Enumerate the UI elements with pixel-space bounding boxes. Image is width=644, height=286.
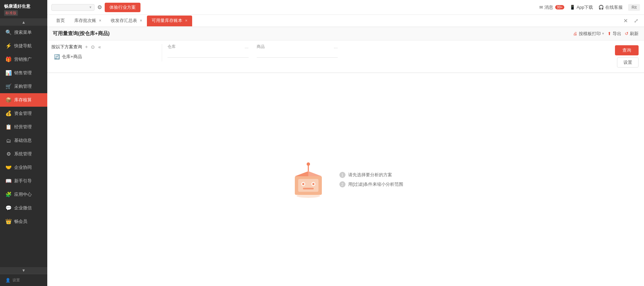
tab-batch-label: 库存批次账 — [74, 18, 96, 24]
empty-state: 1 请先选择要分析的方案 2 用[过滤]条件来缩小分析范围 — [47, 73, 644, 286]
marketing-icon: 🎁 — [5, 56, 11, 62]
main-content: ▾ ⚙ 体验行业方案 ✉ 消息 99+ 📱 App下载 🎧 在线客服 Rit — [47, 0, 644, 286]
print-btn[interactable]: 🖨 按模板打印 ▾ — [573, 31, 604, 37]
settings-gear-icon[interactable]: ⚙ — [97, 4, 102, 10]
sidebar-scroll-up[interactable]: ▲ — [0, 19, 47, 26]
empty-hint-2: 2 用[过滤]条件来缩小分析范围 — [339, 181, 403, 187]
basics-icon: 🗂 — [5, 138, 11, 144]
sidebar-header: 畅康通好生意 标准版 — [0, 0, 47, 19]
messages-badge: 99+ — [555, 5, 564, 9]
refresh-label: 刷新 — [630, 31, 639, 37]
svg-point-7 — [312, 183, 314, 185]
sidebar-item-label: 销售管理 — [14, 70, 32, 76]
hint2-text: 用[过滤]条件来缩小分析范围 — [348, 181, 403, 187]
sidebar-scroll-down[interactable]: ▼ — [0, 267, 47, 274]
messages-btn[interactable]: ✉ 消息 99+ — [539, 4, 564, 10]
filter-fields: 仓库 … 商品 … — [162, 44, 610, 58]
sidebar-item-operations[interactable]: 📋 经营管理 — [0, 120, 47, 134]
newuser-icon: 📖 — [5, 178, 11, 184]
tab-home[interactable]: 首页 — [51, 16, 70, 26]
sidebar-item-finance[interactable]: 💰 资金管理 — [0, 107, 47, 120]
app-name: 畅康通好生意 — [4, 3, 43, 9]
sidebar-item-search[interactable]: 🔍 搜索菜单 — [0, 26, 47, 39]
topbar-search-input[interactable] — [54, 5, 88, 10]
topbar: ▾ ⚙ 体验行业方案 ✉ 消息 99+ 📱 App下载 🎧 在线客服 Rit — [47, 0, 644, 15]
product-input[interactable] — [257, 50, 338, 58]
sidebar-item-marketing[interactable]: 🎁 营销推广 — [0, 53, 47, 66]
step2-badge: 2 — [339, 181, 345, 187]
sidebar-item-quicknav[interactable]: ⚡ 快捷导航 — [0, 39, 47, 53]
sidebar-footer-text: 设置 — [12, 278, 20, 283]
sidebar-item-label: 资金管理 — [14, 110, 32, 116]
sidebar-item-wechat[interactable]: 💬 企业微信 — [0, 201, 47, 215]
sidebar-item-purchase[interactable]: 🛒 采购管理 — [0, 80, 47, 93]
tab-batch-close[interactable]: × — [99, 18, 101, 23]
collapse-icon[interactable]: « — [98, 44, 101, 50]
user-menu[interactable]: Rit — [628, 4, 640, 11]
tab-summary-label: 收发存汇总表 — [111, 18, 137, 24]
tab-bar: 首页 库存批次账 × 收发存汇总表 × 可用量库存账本 × ✕ ⤢ — [47, 15, 644, 27]
inventory-icon: 📦 — [5, 97, 11, 103]
scheme-item-icon: 🔄 — [54, 54, 60, 59]
close-window-btn[interactable]: ✕ — [622, 17, 629, 25]
empty-text: 1 请先选择要分析的方案 2 用[过滤]条件来缩小分析范围 — [339, 172, 403, 187]
sidebar-item-appcenter[interactable]: 🧩 应用中心 — [0, 188, 47, 201]
sidebar-item-label: 基础信息 — [14, 137, 32, 144]
enterprise-icon: 🤝 — [5, 164, 11, 171]
tab-available-close[interactable]: × — [185, 18, 187, 23]
sidebar-item-label: 企业协同 — [14, 164, 32, 171]
sidebar-item-enterprise[interactable]: 🤝 企业协同 — [0, 161, 47, 174]
operations-icon: 📋 — [5, 124, 11, 130]
online-service-btn[interactable]: 🎧 在线客服 — [598, 4, 623, 10]
warehouse-input[interactable] — [168, 50, 249, 58]
sidebar-item-member[interactable]: 👑 畅会员 — [0, 215, 47, 228]
appcenter-icon: 🧩 — [5, 191, 11, 198]
tab-batch[interactable]: 库存批次账 × — [70, 16, 106, 26]
svg-point-11 — [297, 194, 320, 198]
step1-badge: 1 — [339, 172, 345, 178]
add-scheme-icon[interactable]: ＋ — [84, 44, 89, 50]
window-controls: ✕ ⤢ — [622, 17, 640, 25]
tab-available[interactable]: 可用量库存账本 × — [147, 16, 192, 26]
settings-scheme-icon[interactable]: ⊙ — [91, 44, 95, 50]
product-more-icon[interactable]: … — [334, 45, 338, 49]
trial-btn[interactable]: 体验行业方案 — [105, 3, 140, 12]
filter-settings-button[interactable]: 设置 — [617, 57, 639, 68]
chevron-down-icon[interactable]: ▾ — [89, 5, 92, 9]
sidebar: 畅康通好生意 标准版 ▲ 🔍 搜索菜单 ⚡ 快捷导航 🎁 营销推广 📊 销售管理… — [0, 0, 47, 286]
filter-sidebar: 按以下方案查询 ＋ ⊙ « 🔄 仓库+商品 — [47, 44, 162, 61]
sales-icon: 📊 — [5, 70, 11, 76]
maximize-window-btn[interactable]: ⤢ — [632, 17, 640, 25]
export-btn[interactable]: ⬆ 导出 — [608, 31, 621, 37]
tab-summary[interactable]: 收发存汇总表 × — [106, 16, 147, 26]
sidebar-item-sales[interactable]: 📊 销售管理 — [0, 66, 47, 80]
filter-area: 按以下方案查询 ＋ ⊙ « 🔄 仓库+商品 仓库 … 商品 — [47, 41, 644, 73]
tab-summary-close[interactable]: × — [140, 18, 142, 23]
tab-home-label: 首页 — [56, 18, 65, 24]
sidebar-item-basics[interactable]: 🗂 基础信息 — [0, 134, 47, 147]
app-version: 标准版 — [4, 10, 18, 16]
scheme-warehouse-product[interactable]: 🔄 仓库+商品 — [51, 52, 158, 61]
refresh-btn[interactable]: ↺ 刷新 — [625, 31, 639, 37]
filter-scheme-header: 按以下方案查询 ＋ ⊙ « — [51, 44, 158, 50]
sidebar-item-label: 系统管理 — [14, 151, 32, 157]
product-label: 商品 … — [257, 44, 338, 50]
sidebar-item-newuser[interactable]: 📖 新手引导 — [0, 174, 47, 188]
username: Rit — [632, 5, 637, 10]
product-label-text: 商品 — [257, 44, 265, 50]
query-button[interactable]: 查询 — [615, 45, 639, 55]
refresh-icon: ↺ — [625, 31, 628, 36]
topbar-right: ✉ 消息 99+ 📱 App下载 🎧 在线客服 Rit — [539, 4, 640, 11]
topbar-search-box[interactable]: ▾ — [51, 4, 95, 11]
sidebar-nav: 🔍 搜索菜单 ⚡ 快捷导航 🎁 营销推广 📊 销售管理 🛒 采购管理 📦 库存核… — [0, 26, 47, 267]
warehouse-more-icon[interactable]: … — [244, 45, 249, 49]
finance-icon: 💰 — [5, 110, 11, 116]
wechat-icon: 💬 — [5, 205, 11, 211]
filter-field-warehouse: 仓库 … — [168, 44, 249, 58]
print-chevron[interactable]: ▾ — [602, 31, 604, 36]
svg-marker-1 — [295, 171, 308, 176]
sidebar-item-inventory[interactable]: 📦 库存核算 — [0, 93, 47, 107]
app-download-btn[interactable]: 📱 App下载 — [570, 4, 593, 10]
print-label: 按模板打印 — [579, 31, 601, 37]
sidebar-item-system[interactable]: ⚙ 系统管理 — [0, 147, 47, 161]
